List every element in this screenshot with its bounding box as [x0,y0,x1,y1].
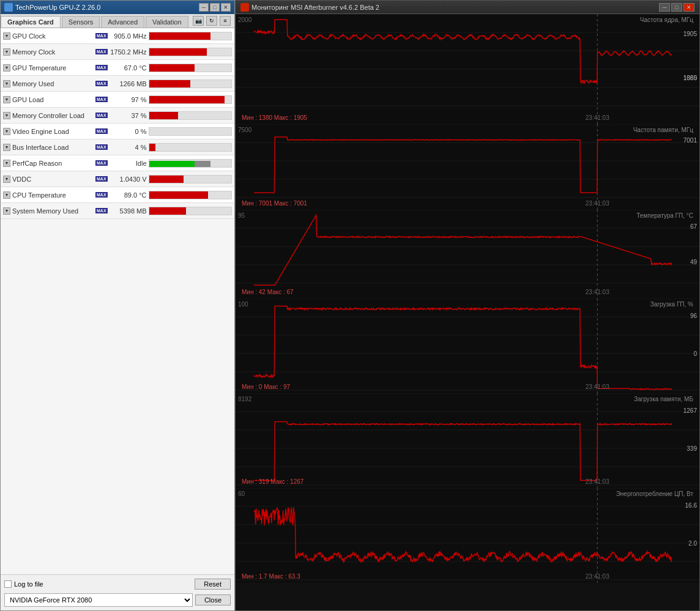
sensor-dropdown[interactable]: ▼ [3,160,10,167]
sensor-row: ▼System Memory UsedMAX5398 MB [1,203,234,219]
sensor-name-label: Memory Controller Load [12,112,84,119]
svg-rect-30 [236,393,699,488]
chart-ytop-mem_used: 8192 [238,396,251,402]
sensor-max-badge: MAX [95,128,108,134]
sensor-row: ▼PerfCap ReasonMAXIdle [1,155,234,171]
sensor-bar-secondary [195,161,211,168]
chart-timestamp-mem_clock: 23:41:03 [586,200,609,207]
close-button[interactable]: ✕ [221,3,231,12]
svg-rect-8 [236,124,699,210]
sensor-max-badge: MAX [95,33,108,39]
device-select[interactable]: NVIDIA GeForce RTX 2080 [4,593,193,607]
sensor-value: 89.0 °C [109,191,149,199]
sensor-max-badge: MAX [95,144,108,150]
sensor-row: ▼GPU TemperatureMAX67.0 °C [1,60,234,76]
refresh-icon[interactable]: ↻ [206,16,217,26]
maximize-button[interactable]: □ [210,3,220,12]
tab-sensors[interactable]: Sensors [62,16,100,28]
sensor-dropdown[interactable]: ▼ [3,32,10,40]
sensor-dropdown[interactable]: ▼ [3,112,10,119]
chart-panel-mem_clock: Частота памяти, МГцМин : 7001 Макс : 700… [236,124,699,210]
gpuz-title-left: TechPowerUp GPU-Z 2.26.0 [4,3,100,12]
ab-minimize[interactable]: ─ [659,3,670,12]
menu-icon[interactable]: ≡ [220,16,231,26]
sensor-value: 4 % [109,144,149,151]
chart-svg-gpu_load [236,298,699,393]
chart-ytop-gpu_temp: 95 [238,212,245,219]
sensor-bar-primary [149,161,195,168]
sensors-list: ▼GPU ClockMAX905.0 MHz▼Memory ClockMAX17… [1,28,234,574]
chart-ytop-gpu_load: 100 [238,301,248,308]
camera-icon[interactable]: 📷 [193,16,204,26]
tab-graphics-card[interactable]: Graphics Card [1,16,61,28]
sensor-bar-container [149,207,232,215]
gpuz-title-text: TechPowerUp GPU-Z 2.26.0 [15,4,100,11]
chart-ytop-mem_clock: 7500 [238,127,251,133]
sensor-name-label: Video Engine Load [12,128,69,135]
chart-right-val-mem_clock-0: 7001 [683,137,697,144]
chart-right-val-gpu_temp-0: 67 [690,223,697,230]
bottom-section: Log to file Reset NVIDIA GeForce RTX 208… [1,574,234,610]
sensor-dropdown[interactable]: ▼ [3,96,10,103]
ab-maximize[interactable]: □ [671,3,682,12]
tab-validation[interactable]: Validation [146,16,188,28]
device-row: NVIDIA GeForce RTX 2080 Close [4,593,231,607]
minimize-button[interactable]: ─ [199,3,209,12]
sensor-bar-container [149,159,232,168]
sensor-dropdown[interactable]: ▼ [3,176,10,183]
sensor-value: 1750.2 MHz [109,48,149,56]
close-button-bottom[interactable]: Close [195,594,231,605]
sensor-bar [149,191,209,199]
chart-svg-gpu_temp [236,210,699,298]
sensor-dropdown[interactable]: ▼ [3,191,10,199]
sensor-value: 1266 MB [109,80,149,87]
sensor-bar-container [149,95,232,104]
sensor-name-label: CPU Temperature [12,191,66,199]
sensor-max-badge: MAX [95,208,108,213]
sensor-name-label: System Memory Used [12,207,78,215]
chart-label-mem_used: Загрузка памяти, МБ [634,396,693,402]
log-checkbox[interactable] [4,580,12,588]
sensor-dropdown[interactable]: ▼ [3,80,10,87]
sensor-name-label: GPU Clock [12,32,45,40]
sensor-bar-container [149,127,232,136]
ab-close[interactable]: ✕ [683,3,694,12]
chart-label-cpu_power: Энергопотребление ЦП, Вт [616,491,693,497]
sensor-bar [149,112,178,119]
sensor-name-label: GPU Load [12,96,43,103]
sensor-name-label: PerfCap Reason [12,160,62,167]
log-row: Log to file Reset [4,579,231,590]
chart-label-gpu_temp: Температура ГП, °С [636,212,693,219]
chart-panel-gpu_load: Загрузка ГП, %Мин : 0 Макс : 9796023:41:… [236,298,699,393]
tab-advanced[interactable]: Advanced [101,16,144,28]
sensor-value: Idle [109,160,149,167]
sensor-max-badge: MAX [95,65,108,70]
chart-label-gpu_load: Загрузка ГП, % [650,301,693,308]
sensor-row: ▼Memory Controller LoadMAX37 % [1,108,234,124]
sensor-dropdown[interactable]: ▼ [3,144,10,151]
sensor-dropdown[interactable]: ▼ [3,48,10,56]
chart-svg-cpu_power [236,488,699,583]
chart-panel-cpu_power: Энергопотребление ЦП, ВтМин : 1.7 Макс :… [236,488,699,583]
sensor-bar-container [149,64,232,72]
sensor-max-badge: MAX [95,49,108,54]
sensor-bar [149,32,211,40]
chart-ytop-gpu_clock: 2000 [238,17,251,23]
sensor-row: ▼Bus Interface LoadMAX4 % [1,139,234,155]
chart-right-val-gpu_load-0: 96 [690,313,697,319]
chart-timestamp-cpu_power: 23:41:03 [586,573,609,580]
chart-right-val-gpu_load-1: 0 [693,350,697,357]
sensor-bar-container [149,32,232,40]
sensor-bar-container [149,175,232,183]
sensor-value: 0 % [109,128,149,135]
reset-button[interactable]: Reset [195,579,231,590]
chart-right-val-gpu_clock-0: 1905 [683,31,697,37]
sensor-row: ▼Memory ClockMAX1750.2 MHz [1,44,234,60]
sensor-dropdown[interactable]: ▼ [3,64,10,72]
svg-rect-15 [236,210,699,298]
ab-title-left: Мониторинг MSI Afterburner v4.6.2 Beta 2 [240,3,379,12]
chart-label-gpu_clock: Частота ядра, МГц [640,17,693,23]
sensor-dropdown[interactable]: ▼ [3,128,10,135]
sensor-dropdown[interactable]: ▼ [3,207,10,215]
chart-right-val-mem_used-1: 339 [687,445,697,452]
